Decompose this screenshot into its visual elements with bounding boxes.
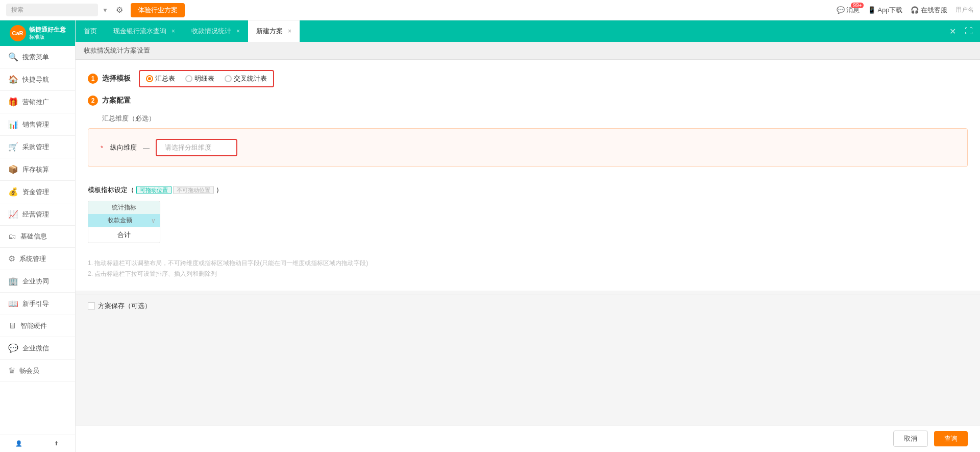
sidebar-item-guide[interactable]: 📖 新手引导 xyxy=(0,293,75,315)
tip-line-2: 2. 点击标题栏下拉可设置排序、插入列和删除列 xyxy=(88,270,968,278)
user-name[interactable]: 用户名 xyxy=(955,6,974,14)
download-icon: 📱 xyxy=(868,6,876,14)
summary-dim-title: 汇总维度（必选） xyxy=(88,114,968,123)
sidebar-item-label: 基础信息 xyxy=(20,232,47,241)
sidebar-item-inventory[interactable]: 📦 库存核算 xyxy=(0,158,75,181)
sidebar-item-basic[interactable]: 🗂 基础信息 xyxy=(0,226,75,248)
guide-icon: 📖 xyxy=(8,299,18,308)
member-icon: ♛ xyxy=(8,366,15,375)
stats-label: 统计指标 xyxy=(112,204,136,211)
purchase-icon: 🛒 xyxy=(8,142,18,152)
sidebar-item-member[interactable]: ♛ 畅会员 xyxy=(0,360,75,382)
home-icon: 🏠 xyxy=(8,75,18,84)
tab-newplan-close[interactable]: × xyxy=(288,28,291,35)
basic-icon: 🗂 xyxy=(8,232,16,241)
template-radio-group: 汇总表 明细表 交叉统计表 xyxy=(139,70,274,87)
config-area: 汇总维度（必选） * 纵向维度 — 请选择分组维度 xyxy=(88,114,968,167)
finance-icon: 💰 xyxy=(8,187,18,197)
tab-close-btn[interactable]: ✕ xyxy=(945,24,960,38)
save-checkbox[interactable] xyxy=(88,302,95,310)
sidebar-logo: CaR 畅捷通好生意 标准版 xyxy=(0,20,75,46)
sidebar-item-purchase[interactable]: 🛒 采购管理 xyxy=(0,136,75,158)
service-label: 在线客服 xyxy=(921,6,947,14)
sidebar: CaR 畅捷通好生意 标准版 🔍 搜索菜单 🏠 快捷导航 🎁 营销推广 📊 销售… xyxy=(0,20,76,452)
sidebar-item-label: 快捷导航 xyxy=(22,75,49,84)
radio-cross-circle xyxy=(225,75,232,82)
radio-cross[interactable]: 交叉统计表 xyxy=(225,74,267,83)
sidebar-bottom: 👤 ⬆ xyxy=(0,435,75,452)
radio-summary-circle xyxy=(146,75,153,82)
radio-detail-label: 明细表 xyxy=(194,74,214,83)
inventory-icon: 📦 xyxy=(8,164,18,174)
col-name-label: 收款金额 xyxy=(88,216,151,225)
vertical-dim-label: 纵向维度 xyxy=(110,143,137,152)
top-header: 搜索 ▼ ⚙ 体验行业方案 💬 99+ 消息 📱 App下载 🎧 在线客服 用户… xyxy=(0,0,980,20)
system-icon: ⚙ xyxy=(8,254,15,264)
sidebar-item-wechat[interactable]: 💬 企业微信 xyxy=(0,337,75,360)
sales-icon: 📊 xyxy=(8,120,18,129)
step2-label: 方案配置 xyxy=(102,96,131,105)
search-icon: 🔍 xyxy=(8,52,18,62)
sidebar-item-finance[interactable]: 💰 资金管理 xyxy=(0,181,75,203)
main-layout: CaR 畅捷通好生意 标准版 🔍 搜索菜单 🏠 快捷导航 🎁 营销推广 📊 销售… xyxy=(0,20,980,452)
service-icon: 🎧 xyxy=(911,6,919,14)
tab-expand-btn[interactable]: ⛶ xyxy=(962,24,976,38)
sidebar-item-sales[interactable]: 📊 销售管理 xyxy=(0,113,75,136)
tab-bar: 首页 现金银行流水查询 × 收款情况统计 × 新建方案 × ✕ ⛶ xyxy=(76,20,980,42)
sidebar-item-label: 经营管理 xyxy=(22,210,49,219)
dim-select[interactable]: 请选择分组维度 xyxy=(156,139,237,156)
sidebar-item-label: 智能硬件 xyxy=(20,321,47,330)
trial-button[interactable]: 体验行业方案 xyxy=(131,3,185,17)
message-button[interactable]: 💬 99+ 消息 xyxy=(837,6,860,15)
sidebar-item-system[interactable]: ⚙ 系统管理 xyxy=(0,248,75,270)
page-breadcrumb: 收款情况统计方案设置 xyxy=(76,42,980,60)
stats-col-header: 收款金额 ∨ xyxy=(88,214,160,227)
radio-detail-circle xyxy=(185,75,192,82)
sidebar-bottom-upload[interactable]: ⬆ xyxy=(38,435,76,452)
header-right: 💬 99+ 消息 📱 App下载 🎧 在线客服 用户名 xyxy=(837,6,974,15)
tab-receipt-label: 收款情况统计 xyxy=(191,27,231,36)
sidebar-item-marketing[interactable]: 🎁 营销推广 xyxy=(0,91,75,113)
tab-home[interactable]: 首页 xyxy=(76,20,105,42)
sidebar-item-enterprise[interactable]: 🏢 企业协同 xyxy=(0,270,75,293)
col-arrow-icon[interactable]: ∨ xyxy=(151,217,156,224)
management-icon: 📈 xyxy=(8,209,18,219)
save-label: 方案保存（可选） xyxy=(98,301,151,311)
step2-row: 2 方案配置 xyxy=(88,96,968,106)
service-button[interactable]: 🎧 在线客服 xyxy=(911,6,947,15)
sidebar-item-label: 企业协同 xyxy=(22,277,49,286)
tab-receipt-close[interactable]: × xyxy=(236,28,240,35)
gear-icon[interactable]: ⚙ xyxy=(112,3,127,17)
sidebar-item-label: 企业微信 xyxy=(22,344,49,353)
query-button[interactable]: 查询 xyxy=(934,431,968,446)
sidebar-item-search[interactable]: 🔍 搜索菜单 xyxy=(0,46,75,68)
indicator-settings-label: 模板指标设定（ 可拖动位置 不可拖动位置 ） xyxy=(88,185,223,195)
message-icon: 💬 xyxy=(837,6,845,14)
logo-text: 畅捷通好生意 标准版 xyxy=(29,26,66,41)
tab-receipt[interactable]: 收款情况统计 × xyxy=(183,20,248,42)
indicator-section: 模板指标设定（ 可拖动位置 不可拖动位置 ） 统计指标 xyxy=(76,185,980,253)
step1-row: 1 选择模板 汇总表 明细表 交叉统计表 xyxy=(88,70,968,87)
cancel-button[interactable]: 取消 xyxy=(893,431,928,447)
tab-cashflow-close[interactable]: × xyxy=(172,28,175,35)
sidebar-item-nav[interactable]: 🏠 快捷导航 xyxy=(0,68,75,91)
sidebar-item-label: 搜索菜单 xyxy=(22,53,49,62)
download-button[interactable]: 📱 App下载 xyxy=(868,6,902,15)
dim-required-mark: * xyxy=(101,144,103,152)
radio-detail[interactable]: 明细表 xyxy=(185,74,214,83)
tab-cashflow[interactable]: 现金银行流水查询 × xyxy=(105,20,183,42)
step1-badge: 1 xyxy=(88,74,98,84)
marketing-icon: 🎁 xyxy=(8,97,18,107)
movable-tag: 可拖动位置 xyxy=(136,186,172,194)
search-box[interactable]: 搜索 xyxy=(6,4,98,16)
sidebar-item-label: 采购管理 xyxy=(22,142,49,152)
sidebar-item-management[interactable]: 📈 经营管理 xyxy=(0,203,75,226)
tab-newplan[interactable]: 新建方案 × xyxy=(248,20,300,42)
sidebar-bottom-profile[interactable]: 👤 xyxy=(0,435,38,452)
sidebar-item-label: 系统管理 xyxy=(19,254,46,264)
radio-summary[interactable]: 汇总表 xyxy=(146,74,175,83)
dim-arrow: — xyxy=(143,144,150,152)
sidebar-item-hardware[interactable]: 🖥 智能硬件 xyxy=(0,315,75,337)
unmovable-tag: 不可拖动位置 xyxy=(173,186,214,194)
radio-cross-label: 交叉统计表 xyxy=(234,74,267,83)
